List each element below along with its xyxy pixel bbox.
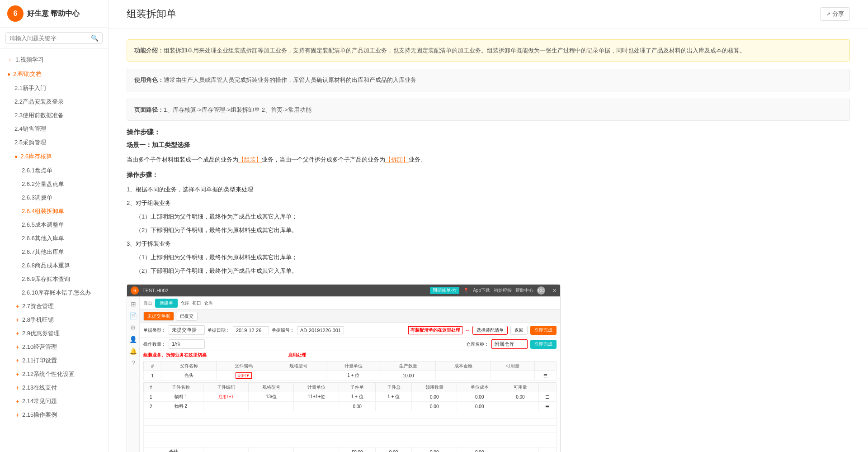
mock-btn1: 同期账单-六 xyxy=(430,287,459,294)
nav-sub-2.2[interactable]: 2.2产品安装及登录 xyxy=(0,95,108,109)
nav-sub-2.4[interactable]: 2.4销售管理 xyxy=(0,122,108,136)
mock-docno-val: AD-20191226-001 xyxy=(297,326,344,334)
nav-sub-2.13[interactable]: ＋2.13在线支付 xyxy=(0,381,108,395)
mock-lower-row7 xyxy=(144,440,557,447)
mock-col-subcode: 子件编码 xyxy=(203,383,249,392)
mock-upper-row1: 1 光头 启用▼ 1 + 位 10.00 ☰ xyxy=(144,371,557,381)
nav-sub-2.12[interactable]: ＋2.12系统个性化设置 xyxy=(0,367,108,381)
nav-item-2.6[interactable]: ● 2.6库存核算 xyxy=(0,149,108,164)
nav-sub-2.6.10[interactable]: 2.6.10库存账本错了怎么办 xyxy=(0,286,108,300)
nav-sub-2.6.3[interactable]: 2.6.3调拨单 xyxy=(0,191,108,205)
main-header: 组装拆卸单 ↗ 分享 xyxy=(108,0,868,29)
mock-fields-row2: 操作数量： 1/位 仓库名称： 附属仓库 立即完成 xyxy=(140,338,560,351)
nav-sub-2.14[interactable]: ＋2.14常见问题 xyxy=(0,395,108,408)
mock-docno-label: 单据编号： xyxy=(272,327,294,333)
nav-sub-2.6.1[interactable]: 2.6.1盘点单 xyxy=(0,164,108,177)
mock-filter1: 未提交单据 xyxy=(143,312,174,321)
link-zuzhuang[interactable]: 【组装】 xyxy=(238,156,262,163)
mock-close-icon: ✕ xyxy=(552,288,557,294)
mock-lower-row2: 2 物料 2 0.00 0.00 0.00 xyxy=(144,402,557,411)
site-title: 好生意 帮助中心 xyxy=(27,9,80,19)
role-label: 使用角色： xyxy=(134,76,164,83)
nav-sub-2.9[interactable]: ＋2.9优惠券管理 xyxy=(0,327,108,340)
mock-lower-row6 xyxy=(144,433,557,440)
step3: 3、对于拆装业务 xyxy=(127,238,850,250)
nav-sub-2.8[interactable]: ＋2.8手机旺铺 xyxy=(0,313,108,327)
nav-sub-2.6.6[interactable]: 2.6.6其他入库单 xyxy=(0,232,108,245)
mock-col-prodqty: 生产数量 xyxy=(381,362,435,371)
nav-sub-2.7[interactable]: ＋2.7资金管理 xyxy=(0,300,108,313)
mock-btn3: 初始橙按 xyxy=(494,287,512,294)
mock-tab-home: 自页 xyxy=(143,300,152,306)
step3b: （2）下部明细为子件明细，最终作为产成品生成其它入库单。 xyxy=(127,265,850,277)
search-input-wrap[interactable]: 🔍 xyxy=(5,32,103,44)
mock-upper-table-wrap: # 父件名称 父件编码 规格型号 计量单位 生产数量 成本金额 可用量 xyxy=(140,359,560,381)
nav-section-docs: ● 2.帮助文档 2.1新手入门 2.2产品安装及登录 2.3使用前数据准备 2… xyxy=(0,67,108,422)
nav-item-2.6-label: 2.6库存核算 xyxy=(20,152,52,161)
mock-date-label: 单据日期： xyxy=(208,327,230,333)
mock-fields-row1: 单据类型： 未提交单据 单据日期： 2019-12-26 单据编号： AD-20… xyxy=(140,323,560,338)
plus-icon: ＋ xyxy=(7,56,13,64)
nav-sub-2.10[interactable]: ＋2.10经营管理 xyxy=(0,340,108,354)
mock-tab-warehouse: 仓库 xyxy=(204,300,213,306)
role-box: 使用角色：通常由生产人员或库管人员完成拆装业务的操作，库管人员确认原材料的出库和… xyxy=(127,69,850,91)
mock-lower-row3 xyxy=(144,411,557,419)
mock-main: 自页 新建单 仓库 初口 仓库 未提交单据 已提交 单据类型： 未提交单 xyxy=(140,297,560,452)
nav-sub-2.6.5[interactable]: 2.6.5成本调整单 xyxy=(0,218,108,232)
mock-annotation-enable: 启用处理 xyxy=(288,352,306,358)
mock-doctype-label: 单据类型： xyxy=(143,327,166,333)
mock-bell-icon: 🔔 xyxy=(129,347,137,355)
nav-sub-2.1[interactable]: 2.1新手入门 xyxy=(0,81,108,95)
link-chaijie[interactable]: 【拆卸】 xyxy=(385,156,409,163)
mock-col-unitcost: 单位成本 xyxy=(457,383,502,392)
mock-avatar: CC xyxy=(537,286,545,295)
mock-col-usage: 领用数量 xyxy=(412,383,457,392)
mock-lower-row5 xyxy=(144,426,557,433)
mock-toolbar: 未提交单据 已提交 xyxy=(140,310,560,323)
mock-qty-label: 操作数量： xyxy=(143,341,166,347)
path-box: 页面路径：1、库存核算->库存管理->组装拆卸单 2、首页->常用功能 xyxy=(127,99,850,121)
mock-col-action xyxy=(535,362,557,371)
mock-icon1: 📍 xyxy=(463,288,469,294)
mock-col-unit: 计量单位 xyxy=(326,362,381,371)
mock-settings-icon: ⚙ xyxy=(130,324,136,331)
nav-sub-2.6.4[interactable]: 2.6.4组装拆卸单 xyxy=(0,205,108,218)
minus-icon-2.6: ● xyxy=(14,153,18,160)
nav-item-video[interactable]: ＋ 1.视频学习 xyxy=(0,52,108,67)
nav-sub-2.3[interactable]: 2.3使用前数据准备 xyxy=(0,109,108,122)
nav-sub-2.5[interactable]: 2.5采购管理 xyxy=(0,136,108,149)
content-area: 功能介绍：组装拆卸单用来处理企业组装或拆卸等加工业务，支持有固定装配清单的产品加… xyxy=(108,29,868,452)
mock-home-icon: ⊞ xyxy=(131,300,136,308)
mock-col-partname: 父件名称 xyxy=(161,362,216,371)
mock-col-subtotal: 子件总 xyxy=(375,383,411,392)
mock-upper-table: # 父件名称 父件编码 规格型号 计量单位 生产数量 成本金额 可用量 xyxy=(143,361,557,381)
nav-sub-2.6.7[interactable]: 2.6.7其他出库单 xyxy=(0,245,108,259)
nav-tree: ＋ 1.视频学习 ● 2.帮助文档 2.1新手入门 2.2产品安装及登录 2.3… xyxy=(0,49,108,452)
screenshot-mockup: 6 TEST-H002 同期账单-六 📍 App下载 初始橙按 帮助中心 CC … xyxy=(127,284,561,452)
mock-table-footer: 合计 $0.00 0.00 0.00 0.00 xyxy=(144,447,557,452)
nav-item-docs[interactable]: ● 2.帮助文档 xyxy=(0,67,108,81)
mock-btn-select: 选择装配清单 xyxy=(472,326,508,335)
mock-col-seq2: # xyxy=(144,383,158,392)
step2: 2、对于组装业务 xyxy=(127,197,850,209)
mock-annotation1: 有装配清单的在这里处理 xyxy=(408,326,462,334)
sidebar: 6 好生意 帮助中心 🔍 ＋ 1.视频学习 ● 2.帮助文档 2.1新手入门 2… xyxy=(0,0,108,452)
search-icon[interactable]: 🔍 xyxy=(91,34,99,42)
mock-annotation-type: 组装业务、拆卸业务在这里切换 xyxy=(143,352,207,358)
nav-sub-2.6.2[interactable]: 2.6.2分量盘点单 xyxy=(0,177,108,191)
nav-sub-2.11[interactable]: ＋2.11打印设置 xyxy=(0,354,108,367)
mock-btn-confirm1: 立即完成 xyxy=(530,326,557,335)
mock-qty-val: 1/位 xyxy=(169,339,205,349)
intro-text: 组装拆卸单用来处理企业组装或拆卸等加工业务，支持有固定装配清单的产品加工业务，也… xyxy=(164,47,745,54)
search-input[interactable] xyxy=(9,35,91,42)
share-button[interactable]: ↗ 分享 xyxy=(820,7,850,21)
mock-arrow1: ← xyxy=(465,328,470,333)
mock-app-id: TEST-H002 xyxy=(142,288,168,293)
nav-sub-2.15[interactable]: ＋2.15操作案例 xyxy=(0,408,108,422)
main-content: 组装拆卸单 ↗ 分享 功能介绍：组装拆卸单用来处理企业组装或拆卸等加工业务，支持… xyxy=(108,0,868,452)
intro-label: 功能介绍： xyxy=(134,47,164,54)
mock-col-subsingle: 子件单 xyxy=(339,383,375,392)
nav-sub-2.6.8[interactable]: 2.6.8商品成本重算 xyxy=(0,259,108,272)
mock-col-cost: 成本金额 xyxy=(436,362,491,371)
nav-sub-2.6.9[interactable]: 2.6.9库存账本查询 xyxy=(0,272,108,286)
